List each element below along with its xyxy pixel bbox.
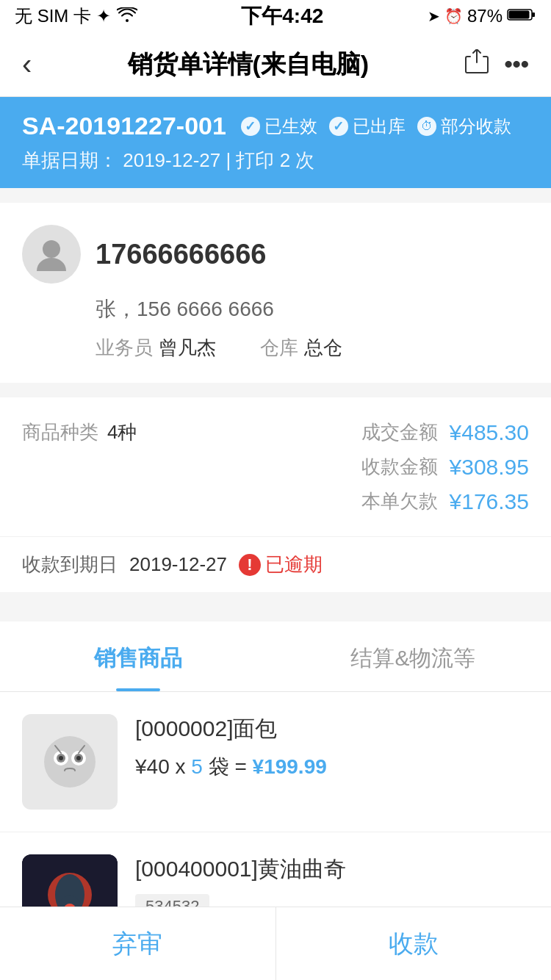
print-count: | 打印 2 次 bbox=[226, 149, 314, 171]
product-thumb-1 bbox=[22, 714, 118, 810]
order-date: 2019-12-27 bbox=[123, 149, 220, 171]
price-value-1: ¥40 bbox=[135, 755, 170, 778]
check-icon-2: ✓ bbox=[329, 117, 348, 136]
badge-partial: ⏱ 部分收款 bbox=[417, 115, 511, 138]
collect-payment-button[interactable]: 收款 bbox=[276, 907, 552, 980]
svg-point-9 bbox=[59, 756, 63, 760]
overdue-text: 已逾期 bbox=[265, 552, 323, 577]
received-label: 收款金额 bbox=[361, 454, 438, 480]
customer-section: 17666666666 张，156 6666 6666 业务员 曾凡杰 仓库 总… bbox=[0, 203, 551, 383]
amounts: 成交金额 ¥485.30 收款金额 ¥308.95 本单欠款 ¥176.35 bbox=[361, 419, 529, 514]
due-date-value: 2019-12-27 bbox=[129, 553, 227, 576]
more-icon[interactable]: ••• bbox=[504, 51, 529, 78]
tab-settlement[interactable]: 结算&物流等 bbox=[276, 621, 551, 691]
header-banner: SA-20191227-001 ✓ 已生效 ✓ 已出库 ⏱ 部分收款 bbox=[0, 97, 551, 188]
product-info-1: [0000002]面包 ¥40 x 5 袋 = ¥199.99 bbox=[135, 714, 529, 781]
total-value-1: ¥199.99 bbox=[253, 755, 327, 778]
status-right: ➤ ⏰ 87% bbox=[428, 6, 536, 26]
deal-amount-row: 成交金额 ¥485.30 bbox=[361, 419, 529, 445]
unit-1: 袋 bbox=[209, 755, 229, 778]
battery-icon bbox=[507, 6, 536, 26]
type-label: 商品种类 bbox=[22, 419, 98, 445]
overdue-icon: ! bbox=[239, 554, 261, 576]
svg-point-4 bbox=[44, 736, 96, 788]
order-id: SA-20191227-001 bbox=[22, 112, 226, 140]
nav-title: 销货单详情(来自电脑) bbox=[128, 48, 370, 82]
status-left: 无 SIM 卡 ✦ bbox=[15, 4, 137, 28]
deal-amount-label: 成交金额 bbox=[361, 419, 438, 445]
status-bar: 无 SIM 卡 ✦ 下午4:42 ➤ ⏰ 87% bbox=[0, 0, 551, 32]
clock-icon: ⏱ bbox=[417, 117, 436, 136]
debt-value: ¥176.35 bbox=[450, 489, 529, 514]
customer-phone: 17666666666 bbox=[96, 239, 266, 270]
due-label: 收款到期日 bbox=[22, 552, 118, 577]
product-name-2: [000400001]黄油曲奇 bbox=[135, 854, 529, 884]
check-icon-1: ✓ bbox=[241, 117, 260, 136]
debt-label: 本单欠款 bbox=[361, 489, 438, 514]
svg-rect-1 bbox=[532, 12, 535, 17]
warehouse-item: 仓库 总仓 bbox=[260, 335, 342, 361]
agent-item: 业务员 曾凡杰 bbox=[96, 335, 216, 361]
customer-meta: 业务员 曾凡杰 仓库 总仓 bbox=[22, 335, 529, 361]
tabs-section: 销售商品 结算&物流等 bbox=[0, 621, 551, 692]
badge-effective-label: 已生效 bbox=[264, 115, 317, 138]
divider-2 bbox=[0, 592, 551, 607]
tab-products[interactable]: 销售商品 bbox=[0, 621, 276, 691]
nav-left: ‹ bbox=[22, 48, 32, 81]
date-label: 单据日期： bbox=[22, 149, 118, 171]
bottom-bar: 弃审 收款 bbox=[0, 907, 551, 980]
product-type: 商品种类 4种 bbox=[22, 419, 137, 445]
owl-icon bbox=[22, 714, 118, 810]
product-item: [0000002]面包 ¥40 x 5 袋 = ¥199.99 bbox=[0, 692, 551, 832]
location-icon: ➤ bbox=[428, 7, 440, 25]
received-value: ¥308.95 bbox=[450, 455, 529, 480]
abandon-review-button[interactable]: 弃审 bbox=[0, 907, 276, 980]
tabs: 销售商品 结算&物流等 bbox=[0, 621, 551, 691]
battery-percent: 87% bbox=[467, 6, 503, 26]
back-button[interactable]: ‹ bbox=[22, 48, 32, 81]
status-time: 下午4:42 bbox=[241, 2, 323, 30]
overdue-badge: ! 已逾期 bbox=[239, 552, 323, 577]
wifi-icon bbox=[117, 6, 137, 26]
badge-shipped-label: 已出库 bbox=[353, 115, 406, 138]
badge-partial-label: 部分收款 bbox=[441, 115, 511, 138]
alarm-icon: ⏰ bbox=[444, 7, 463, 25]
nav-bar: ‹ 销货单详情(来自电脑) ••• bbox=[0, 32, 551, 97]
type-value: 4种 bbox=[107, 419, 137, 445]
summary-section: 商品种类 4种 成交金额 ¥485.30 收款金额 ¥308.95 本单欠款 ¥… bbox=[0, 397, 551, 536]
sim-label: 无 SIM 卡 ✦ bbox=[15, 4, 111, 28]
order-date-line: 单据日期： 2019-12-27 | 打印 2 次 bbox=[22, 148, 529, 173]
nav-right: ••• bbox=[464, 49, 529, 80]
svg-point-10 bbox=[76, 756, 81, 760]
badge-shipped: ✓ 已出库 bbox=[329, 115, 406, 138]
share-icon[interactable] bbox=[464, 49, 489, 80]
qty-value-1: 5 bbox=[191, 755, 203, 778]
warehouse-value: 总仓 bbox=[304, 335, 342, 361]
received-amount-row: 收款金额 ¥308.95 bbox=[361, 454, 529, 480]
debt-amount-row: 本单欠款 ¥176.35 bbox=[361, 489, 529, 514]
agent-label: 业务员 bbox=[96, 335, 153, 361]
deal-amount-value: ¥485.30 bbox=[450, 420, 529, 445]
product-price-1: ¥40 x 5 袋 = ¥199.99 bbox=[135, 753, 529, 781]
customer-avatar bbox=[22, 225, 81, 284]
badge-effective: ✓ 已生效 bbox=[241, 115, 317, 138]
customer-name-phone: 张，156 6666 6666 bbox=[22, 295, 529, 323]
svg-point-3 bbox=[43, 240, 60, 258]
product-name-1: [0000002]面包 bbox=[135, 714, 529, 744]
summary-row: 商品种类 4种 成交金额 ¥485.30 收款金额 ¥308.95 本单欠款 ¥… bbox=[22, 419, 529, 514]
warehouse-label: 仓库 bbox=[260, 335, 298, 361]
status-badges: ✓ 已生效 ✓ 已出库 ⏱ 部分收款 bbox=[241, 115, 511, 138]
svg-rect-2 bbox=[508, 11, 529, 19]
due-section: 收款到期日 2019-12-27 ! 已逾期 bbox=[0, 536, 551, 592]
agent-value: 曾凡杰 bbox=[159, 335, 216, 361]
customer-header: 17666666666 bbox=[22, 225, 529, 284]
divider-1 bbox=[0, 383, 551, 397]
